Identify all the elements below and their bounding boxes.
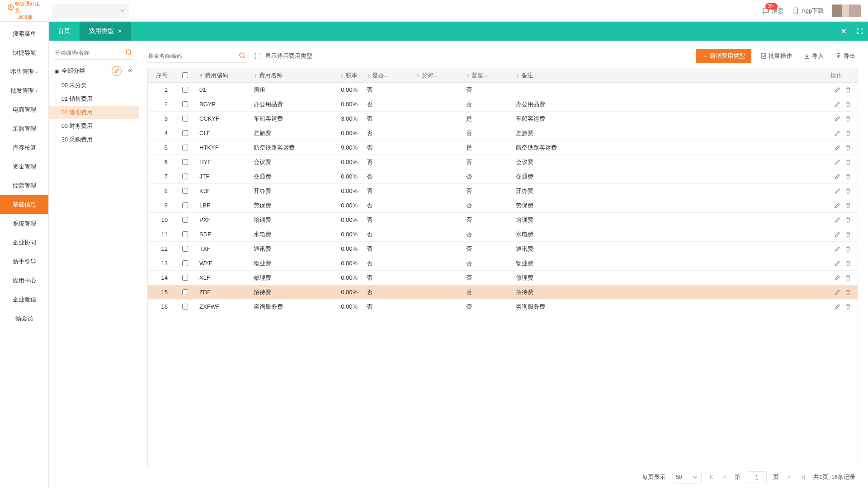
category-edit-button[interactable] — [112, 66, 122, 76]
pager-next-button[interactable]: > — [785, 474, 792, 480]
delete-icon[interactable] — [845, 217, 851, 223]
pager-last-button[interactable]: >| — [799, 474, 807, 480]
company-selector[interactable] — [52, 4, 129, 18]
sidebar-item[interactable]: 批发管理▸ — [0, 81, 48, 100]
table-row[interactable]: 5HTKYF航空铁路客运费9.00%否是航空铁路客运费 — [148, 141, 858, 155]
delete-icon[interactable] — [845, 202, 851, 209]
show-disabled-input[interactable] — [255, 53, 261, 59]
delete-icon[interactable] — [845, 275, 851, 281]
sidebar-item[interactable]: 电商管理 — [0, 100, 48, 119]
delete-icon[interactable] — [845, 231, 851, 238]
category-search-input[interactable] — [54, 46, 133, 60]
sidebar-item[interactable]: 搜索菜单 — [0, 24, 48, 43]
search-icon[interactable] — [125, 49, 132, 57]
avatar[interactable] — [832, 5, 861, 17]
pager-first-button[interactable]: K — [708, 474, 715, 480]
row-checkbox[interactable] — [182, 275, 188, 281]
import-button[interactable]: 导入 — [801, 49, 826, 63]
table-row[interactable]: 14XLF修理费0.00%否否修理费 — [148, 271, 858, 285]
category-item[interactable]: 00 未分类 — [49, 79, 139, 92]
delete-icon[interactable] — [845, 101, 851, 108]
sidebar-item[interactable]: 企业协同 — [0, 233, 48, 252]
col-flag2[interactable]: 分摊... — [422, 71, 439, 80]
table-row[interactable]: 6HYF会议费0.00%否否会议费 — [148, 155, 858, 169]
select-all-checkbox[interactable] — [182, 72, 188, 78]
delete-icon[interactable] — [845, 304, 851, 310]
delete-icon[interactable] — [845, 130, 851, 136]
row-checkbox[interactable] — [182, 260, 188, 266]
tabs-close-all-button[interactable] — [835, 28, 852, 34]
edit-icon[interactable] — [834, 260, 840, 267]
category-item[interactable]: 01 销售费用 — [49, 92, 139, 106]
table-row[interactable]: 3CCKYF车船客运费3.00%否是车船客运费 — [148, 112, 858, 126]
page-number-input[interactable] — [747, 471, 767, 483]
show-disabled-checkbox[interactable]: 显示停用费用类型 — [253, 52, 312, 61]
edit-icon[interactable] — [834, 145, 840, 151]
col-flag3[interactable]: 普票... — [472, 71, 488, 80]
col-flag1[interactable]: 是否... — [372, 71, 389, 80]
edit-icon[interactable] — [834, 188, 840, 194]
row-checkbox[interactable] — [182, 289, 188, 295]
search-icon[interactable] — [239, 52, 246, 61]
row-checkbox[interactable] — [182, 304, 188, 310]
row-checkbox[interactable] — [182, 116, 188, 122]
table-search-input[interactable] — [147, 49, 247, 63]
export-button[interactable]: 导出 — [833, 49, 858, 63]
delete-icon[interactable] — [845, 87, 851, 93]
row-checkbox[interactable] — [182, 174, 188, 179]
edit-icon[interactable] — [834, 217, 840, 223]
table-row[interactable]: 12TXF通讯费0.00%否否通讯费 — [148, 242, 858, 256]
delete-icon[interactable] — [845, 188, 851, 194]
category-item[interactable]: 03 财务费用 — [49, 119, 139, 133]
edit-icon[interactable] — [834, 87, 840, 93]
row-checkbox[interactable] — [182, 159, 188, 165]
edit-icon[interactable] — [834, 275, 840, 281]
edit-icon[interactable] — [834, 231, 840, 238]
row-checkbox[interactable] — [182, 231, 188, 237]
col-code[interactable]: 费用编码 — [205, 71, 228, 80]
batch-button[interactable]: 批量操作 — [758, 49, 795, 63]
delete-icon[interactable] — [845, 260, 851, 267]
edit-icon[interactable] — [834, 101, 840, 108]
table-row[interactable]: 9LBF劳保费0.00%否否劳保费 — [148, 198, 858, 213]
edit-icon[interactable] — [834, 289, 840, 296]
sidebar-item[interactable]: 经营管理 — [0, 176, 48, 195]
sidebar-item[interactable]: 企业微信 — [0, 290, 48, 309]
page-size-select[interactable]: 50 — [672, 471, 702, 483]
delete-icon[interactable] — [845, 159, 851, 165]
sidebar-item[interactable]: 系统管理 — [0, 214, 48, 233]
sidebar-item[interactable]: 快捷导航 — [0, 43, 48, 62]
category-item[interactable]: 20 采购费用 — [49, 133, 139, 146]
table-row[interactable]: 8KBF开办费0.00%否否开办费 — [148, 184, 858, 198]
row-checkbox[interactable] — [182, 188, 188, 194]
sidebar-item[interactable]: 应用中心 — [0, 271, 48, 290]
table-row[interactable]: 7JTF交通费0.00%否否交通费 — [148, 169, 858, 184]
edit-icon[interactable] — [834, 304, 840, 310]
pager-prev-button[interactable]: < — [722, 474, 728, 480]
delete-icon[interactable] — [845, 145, 851, 151]
edit-icon[interactable] — [834, 174, 840, 180]
row-checkbox[interactable] — [182, 145, 188, 150]
edit-icon[interactable] — [834, 130, 840, 136]
table-row[interactable]: 2BGYP办公用品费0.00%否否办公用品费 — [148, 97, 858, 112]
delete-icon[interactable] — [845, 246, 851, 252]
edit-icon[interactable] — [834, 159, 840, 165]
sidebar-item[interactable]: 采购管理 — [0, 119, 48, 138]
edit-icon[interactable] — [834, 246, 840, 252]
close-icon[interactable]: ✕ — [118, 28, 122, 34]
sidebar-item[interactable]: 畅会员 — [0, 309, 48, 328]
tree-toggle-icon[interactable]: ▣ — [54, 68, 59, 74]
col-rate[interactable]: 税率 — [346, 71, 358, 80]
sidebar-item[interactable]: 库存核算 — [0, 138, 48, 157]
tab-active[interactable]: 费用类型 ✕ — [80, 22, 131, 41]
row-checkbox[interactable] — [182, 130, 188, 136]
delete-icon[interactable] — [845, 289, 851, 296]
row-checkbox[interactable] — [182, 202, 188, 208]
fullscreen-button[interactable] — [852, 28, 868, 34]
col-remark[interactable]: 备注 — [521, 71, 533, 80]
messages-button[interactable]: 99+ 消息 — [762, 7, 783, 15]
panel-collapse-button[interactable] — [127, 67, 133, 75]
table-row[interactable]: 101房租0.00%否否 — [148, 83, 858, 97]
table-row[interactable]: 11SDF水电费0.00%否否水电费 — [148, 227, 858, 242]
row-checkbox[interactable] — [182, 87, 188, 93]
